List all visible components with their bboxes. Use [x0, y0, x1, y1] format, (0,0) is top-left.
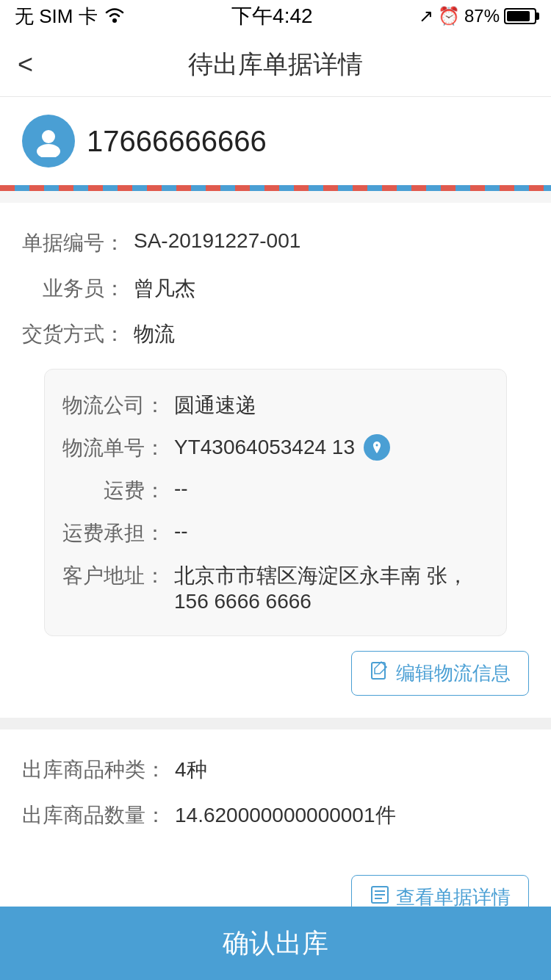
page-title: 待出库单据详情 [188, 48, 363, 82]
tracking-location-icon[interactable] [364, 434, 390, 461]
nav-bar: < 待出库单据详情 [0, 32, 551, 97]
address-value: 北京市市辖区海淀区永丰南 张，156 6666 6666 [165, 562, 489, 613]
order-no-value: SA-20191227-001 [125, 229, 529, 253]
status-bar: 无 SIM 卡 下午4:42 ↗ ⏰ 87% [0, 0, 551, 32]
confirm-button[interactable]: 确认出库 [0, 907, 551, 980]
edit-icon [370, 660, 390, 686]
status-left: 无 SIM 卡 [15, 4, 126, 29]
alarm-icon: ⏰ [438, 6, 460, 26]
delivery-label: 交货方式： [22, 320, 125, 348]
back-button[interactable]: < [18, 49, 33, 80]
freight-bearer-value: -- [165, 519, 489, 543]
salesman-row: 业务员： 曾凡杰 [22, 266, 529, 311]
wifi-icon [104, 5, 126, 28]
goods-section: 出库商品种类： 4种 出库商品数量： 14.620000000000001件 [0, 729, 551, 860]
freight-label: 运费： [62, 477, 165, 505]
order-no-row: 单据编号： SA-20191227-001 [22, 220, 529, 266]
customer-phone: 17666666666 [87, 125, 267, 158]
salesman-value: 曾凡杰 [125, 275, 529, 303]
section-divider [0, 718, 551, 729]
status-time: 下午4:42 [231, 2, 313, 30]
logistics-company-row: 物流公司： 圆通速递 [62, 384, 489, 427]
delivery-row: 交货方式： 物流 [22, 311, 529, 357]
confirm-btn-label: 确认出库 [223, 926, 328, 962]
dashed-border [0, 185, 551, 191]
goods-quantity-value: 14.620000000000001件 [166, 801, 529, 829]
logistics-card: 物流公司： 圆通速递 物流单号： YT43064053424 13 运费： -- [44, 369, 507, 636]
svg-point-2 [37, 144, 60, 157]
location-status-icon: ↗ [419, 6, 433, 26]
logistics-tracking-label: 物流单号： [62, 434, 165, 462]
edit-btn-row: 编辑物流信息 [22, 636, 529, 696]
battery-percent: 87% [464, 6, 500, 26]
logistics-tracking-value: YT43064053424 13 [165, 434, 489, 461]
logistics-company-label: 物流公司： [62, 392, 165, 419]
goods-quantity-label: 出库商品数量： [22, 801, 166, 829]
carrier-text: 无 SIM 卡 [15, 4, 98, 29]
svg-point-0 [112, 18, 117, 23]
battery-icon [504, 8, 536, 24]
status-right: ↗ ⏰ 87% [419, 6, 536, 26]
goods-quantity-row: 出库商品数量： 14.620000000000001件 [22, 793, 529, 838]
freight-row: 运费： -- [62, 469, 489, 512]
goods-types-row: 出库商品种类： 4种 [22, 747, 529, 793]
logistics-company-value: 圆通速递 [165, 392, 489, 419]
freight-bearer-row: 运费承担： -- [62, 512, 489, 555]
freight-value: -- [165, 477, 489, 500]
goods-types-label: 出库商品种类： [22, 756, 166, 784]
address-row: 客户地址： 北京市市辖区海淀区永丰南 张，156 6666 6666 [62, 555, 489, 621]
address-label: 客户地址： [62, 562, 165, 590]
svg-point-1 [42, 130, 55, 143]
order-info-section: 单据编号： SA-20191227-001 业务员： 曾凡杰 交货方式： 物流 … [0, 203, 551, 718]
order-no-label: 单据编号： [22, 229, 125, 257]
edit-btn-label: 编辑物流信息 [396, 660, 511, 686]
delivery-value: 物流 [125, 320, 529, 348]
logistics-tracking-row: 物流单号： YT43064053424 13 [62, 427, 489, 469]
customer-section: 17666666666 [0, 97, 551, 185]
goods-types-value: 4种 [166, 756, 529, 784]
freight-bearer-label: 运费承担： [62, 519, 165, 547]
avatar [22, 115, 75, 167]
edit-logistics-button[interactable]: 编辑物流信息 [351, 651, 529, 696]
salesman-label: 业务员： [22, 275, 125, 303]
